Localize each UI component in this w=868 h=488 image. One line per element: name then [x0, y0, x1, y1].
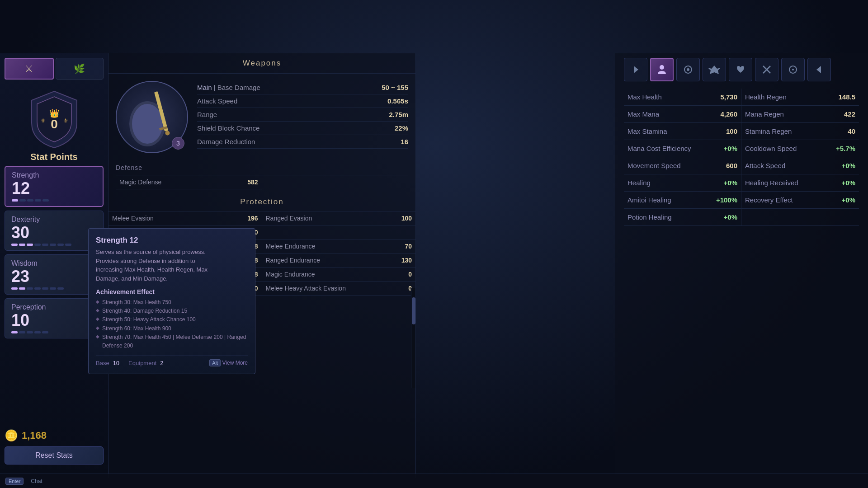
stamina-regen-label: Stamina Regen [745, 127, 792, 135]
left-tab-buttons: ⚔ 🌿 [5, 58, 104, 80]
stat-pip [19, 244, 25, 246]
stat-pip [11, 244, 18, 246]
tooltip-achievement-item-5: Strength 70: Max Health 450 | Melee Defe… [96, 333, 248, 350]
recovery-effect-label: Recovery Effect [745, 196, 793, 204]
magic-defense-value: 582 [247, 178, 258, 186]
crest-svg: 👑 0 ⚜ ⚜ [23, 87, 86, 150]
right-tab-arrow-right[interactable] [807, 58, 831, 81]
base-damage-label: Main | Base Damage [197, 84, 260, 91]
ranged-evasion-label: Ranged Evasion [266, 215, 312, 222]
perception-bar [11, 331, 97, 333]
right-tab-arrow[interactable] [624, 58, 647, 81]
stat-pip [27, 331, 33, 333]
max-health-label: Max Health [627, 93, 662, 101]
crest-container: 👑 0 ⚜ ⚜ Stat Points [5, 87, 104, 162]
svg-point-12 [660, 65, 664, 70]
cooldown-speed-item: Cooldown Speed +5.7% [741, 140, 859, 157]
stat-pip [19, 287, 25, 290]
potion-healing-label: Potion Healing [627, 213, 672, 221]
range-label: Range [197, 111, 217, 118]
right-panel-tabs [624, 58, 859, 81]
weapon-stat-shield-block: Shield Block Chance 22% [197, 122, 408, 135]
attack-speed-item: Attack Speed +0% [741, 157, 859, 174]
stat-pip [12, 199, 18, 202]
scroll-thumb[interactable] [412, 297, 415, 324]
right-tab-heart[interactable] [729, 58, 752, 81]
view-more-label[interactable]: View More [222, 360, 248, 366]
potion-healing-value: +0% [724, 213, 737, 221]
stat-block-strength[interactable]: Strength 12 [5, 166, 104, 207]
stat-pip [65, 244, 71, 246]
healing-received-value: +0% [842, 179, 855, 187]
health-regen-value: 148.5 [838, 93, 855, 101]
tab-btn-combat[interactable]: ⚔ [5, 58, 54, 80]
melee-evasion-label: Melee Evasion [112, 215, 154, 222]
recovery-effect-item: Recovery Effect +0% [741, 192, 859, 209]
arrow-left-tab-icon [630, 64, 641, 75]
tooltip-achievement-title: Achievement Effect [96, 288, 248, 296]
max-stamina-label: Max Stamina [627, 127, 667, 135]
ranged-endurance-item: Ranged Endurance 130 [262, 253, 416, 267]
view-more-button[interactable]: Alt View More [209, 360, 248, 366]
right-tab-settings[interactable] [676, 58, 700, 81]
weapon-stat-base-damage: Main | Base Damage 50 ~ 155 [197, 81, 408, 94]
weapon-stat-attack-speed: Attack Speed 0.565s [197, 94, 408, 108]
ranged-endurance-label: Ranged Endurance [266, 257, 321, 264]
stat-pip [57, 287, 64, 290]
attack-speed-value: 0.565s [387, 97, 408, 105]
weapon-area: 3 Main | Base Damage 50 ~ 155 Attack Spe… [108, 74, 415, 160]
empty-item [262, 225, 416, 239]
attack-speed-right-label: Attack Speed [745, 162, 785, 169]
tab-btn-skills[interactable]: 🌿 [56, 58, 104, 80]
svg-text:0: 0 [51, 117, 58, 131]
tooltip-achievement-item-3: Strength 50: Heavy Attack Chance 100 [96, 315, 248, 324]
right-tab-circle[interactable] [781, 58, 805, 81]
damage-reduction-value: 16 [401, 138, 408, 145]
svg-marker-11 [634, 66, 638, 73]
stat-pip [27, 199, 33, 202]
enter-key: Enter [5, 478, 24, 485]
melee-endurance-label: Melee Endurance [266, 243, 316, 250]
amitoi-healing-item: Amitoi Healing +100% [624, 192, 741, 209]
stat-pip [42, 287, 48, 290]
damage-reduction-label: Damage Reduction [197, 138, 255, 145]
max-stamina-item: Max Stamina 100 [624, 123, 741, 140]
tooltip-desc: Serves as the source of physical prowess… [96, 248, 248, 283]
melee-heavy-evasion-item: Melee Heavy Attack Evasion 0 [262, 282, 416, 296]
tooltip-achievement-item-4: Strength 60: Max Health 900 [96, 324, 248, 333]
perception-label: Perception [11, 303, 97, 311]
right-tab-cross[interactable] [755, 58, 778, 81]
cooldown-speed-label: Cooldown Speed [745, 145, 797, 152]
alt-key-badge: Alt [209, 359, 221, 366]
stat-points-label: Stat Points [30, 152, 77, 162]
movement-speed-item: Movement Speed 600 [624, 157, 741, 174]
mana-cost-item: Mana Cost Efficiency +0% [624, 140, 741, 157]
chat-label: Chat [31, 478, 42, 484]
right-tab-character[interactable] [650, 58, 674, 81]
tooltip-equipment-value: 2 [160, 360, 163, 366]
cooldown-speed-value: +5.7% [836, 145, 855, 152]
healing-received-label: Healing Received [745, 179, 798, 187]
reset-stats-button[interactable]: Reset Stats [5, 446, 104, 465]
weapon-stat-range: Range 2.75m [197, 108, 408, 122]
svg-point-7 [132, 104, 163, 144]
dexterity-value: 30 [11, 225, 97, 241]
magic-endurance-item: Magic Endurance 0 [262, 267, 416, 282]
wisdom-label: Wisdom [11, 259, 97, 267]
amitoi-healing-label: Amitoi Healing [627, 196, 671, 204]
max-mana-label: Max Mana [627, 110, 659, 118]
dexterity-label: Dexterity [11, 216, 97, 224]
right-panel: Max Health 5,730 Health Regen 148.5 Max … [615, 53, 868, 478]
strength-value: 12 [12, 180, 96, 197]
defense-section: Defense Magic Defense 582 [108, 160, 415, 189]
wisdom-value: 23 [11, 268, 97, 285]
weapon-icon-container: 3 [116, 81, 188, 153]
melee-endurance-item: Melee Endurance 70 [262, 239, 416, 253]
arrow-right-tab-icon [814, 64, 825, 75]
scroll-track[interactable] [411, 288, 415, 388]
ranged-endurance-value: 130 [401, 257, 412, 264]
stat-pip [35, 199, 41, 202]
right-tab-eagle[interactable] [703, 58, 726, 81]
attack-speed-right-value: +0% [842, 162, 855, 169]
stat-pip [34, 287, 41, 290]
